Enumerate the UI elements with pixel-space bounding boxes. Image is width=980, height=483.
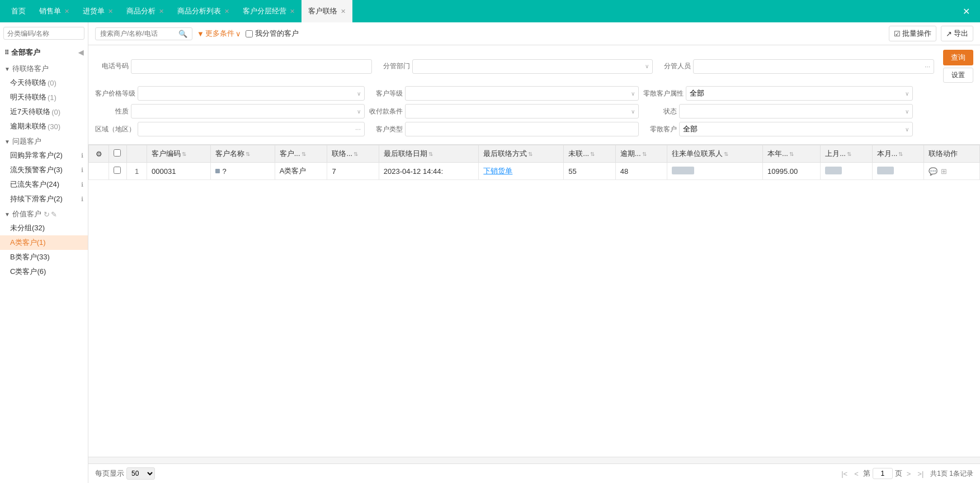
bottom-scrollbar[interactable] (88, 457, 980, 463)
td-row-last-contact-method[interactable]: 下销货单 (479, 163, 564, 180)
first-page-btn[interactable]: |< (839, 468, 850, 479)
my-customer-checkbox[interactable] (246, 30, 253, 37)
sidebar-item-churn-warning[interactable]: 流失预警客户(3) ℹ (0, 163, 88, 177)
window-close-button[interactable]: ✕ (957, 6, 976, 17)
sidebar-all-customers[interactable]: ⠿ 全部客户 ◀ (0, 44, 88, 61)
sidebar-item-ungrouped[interactable]: 未分组(32) (0, 221, 88, 235)
select-all-checkbox[interactable] (114, 149, 121, 157)
filter-customer-type-input[interactable] (405, 122, 639, 136)
th-last-contact-method[interactable]: 最后联络方式⇅ (479, 145, 564, 163)
sidebar-search-box[interactable]: 🔍 (3, 27, 84, 40)
filter-dept-select[interactable]: ∨ (412, 59, 653, 74)
sort-icon-code[interactable]: ⇅ (182, 151, 186, 157)
nav-tab-purchase[interactable]: 进货单 ✕ (76, 0, 120, 22)
close-tab-product-analysis-list[interactable]: ✕ (224, 8, 229, 15)
th-no-contact[interactable]: 未联...⇅ (564, 145, 615, 163)
sort-icon-date[interactable]: ⇅ (428, 151, 433, 157)
th-this-month[interactable]: 本月...⇅ (872, 145, 924, 163)
sidebar-item-class-b[interactable]: B类客户(33) (0, 250, 88, 264)
nav-tab-customer-contact[interactable]: 客户联络 ✕ (301, 0, 352, 22)
th-company-contact[interactable]: 往来单位联系人⇅ (667, 145, 763, 163)
sidebar-collapse-btn[interactable]: ◀ (78, 49, 83, 56)
th-checkbox[interactable] (109, 145, 127, 163)
sidebar-item-7day-pending[interactable]: 近7天待联络(0) (0, 105, 88, 119)
nav-tab-product-analysis[interactable]: 商品分析 ✕ (120, 0, 171, 22)
table-row: 1 000031 ? A类客户 7 2023-04-12 14:44: (89, 163, 980, 180)
export-btn[interactable]: ↗ 导出 (941, 26, 973, 41)
sort-icon-year[interactable]: ⇅ (789, 151, 794, 157)
value-group-edit[interactable]: ✎ (51, 210, 57, 219)
per-page-select[interactable]: 50 100 200 (126, 467, 155, 480)
filter-scattered-attr-select[interactable]: 全部∨ (686, 86, 913, 101)
td-row-name[interactable]: ? (211, 163, 275, 180)
sort-icon-type[interactable]: ⇅ (301, 151, 306, 157)
th-name[interactable]: 客户名称⇅ (211, 145, 275, 163)
sort-icon-last-month[interactable]: ⇅ (847, 151, 851, 157)
last-contact-link[interactable]: 下销货单 (483, 167, 512, 175)
filter-nature-select[interactable]: ∨ (131, 104, 365, 119)
th-code[interactable]: 客户编码⇅ (147, 145, 211, 163)
close-tab-customer-tier[interactable]: ✕ (290, 8, 295, 15)
row-checkbox[interactable] (114, 167, 121, 174)
sidebar-item-repurchase-abnormal[interactable]: 回购异常客户(2) ℹ (0, 148, 88, 163)
more-filter-btn[interactable]: ▼ 更多条件 ∨ (197, 29, 241, 39)
next-page-btn[interactable]: > (904, 468, 913, 479)
sidebar-group-pending[interactable]: ▼ 待联络客户 (0, 61, 88, 75)
th-last-month[interactable]: 上月...⇅ (821, 145, 872, 163)
th-contact[interactable]: 联络...⇅ (327, 145, 379, 163)
sidebar-group-problem[interactable]: ▼ 问题客户 (0, 134, 88, 148)
filter-manager-input[interactable]: ··· (693, 59, 934, 74)
toolbar-search-input[interactable] (100, 30, 178, 37)
batch-action-btn[interactable]: ☑ 批量操作 (889, 26, 936, 41)
th-type[interactable]: 客户...⇅ (275, 145, 327, 163)
filter-status-select[interactable]: ∨ (679, 104, 913, 119)
page-number-input[interactable] (873, 468, 893, 479)
filter-phone-input[interactable] (131, 59, 372, 74)
value-group-refresh[interactable]: ↻ (44, 210, 50, 219)
th-settings[interactable]: ⚙ (89, 145, 109, 163)
last-page-btn[interactable]: >| (915, 468, 926, 479)
sidebar-item-class-a[interactable]: A类客户(1) (0, 235, 88, 250)
sidebar-item-today-pending[interactable]: 今天待联络(0) (0, 75, 88, 90)
sort-icon-method[interactable]: ⇅ (528, 151, 533, 157)
sort-icon-overdue[interactable]: ⇅ (642, 151, 647, 157)
td-row-checkbox[interactable] (109, 163, 127, 180)
query-button[interactable]: 查询 (943, 50, 973, 65)
sidebar-search-input[interactable] (7, 30, 88, 37)
sort-icon-this-month[interactable]: ⇅ (898, 151, 903, 157)
sort-icon-name[interactable]: ⇅ (246, 151, 250, 157)
th-last-contact-date[interactable]: 最后联络日期⇅ (379, 145, 478, 163)
nav-tab-customer-tier[interactable]: 客户分层经营 ✕ (236, 0, 301, 22)
grid-action-icon[interactable]: ⊞ (941, 167, 947, 176)
nav-home[interactable]: 首页 (4, 6, 32, 16)
sort-icon-no-contact[interactable]: ⇅ (590, 151, 595, 157)
nav-tab-product-analysis-list[interactable]: 商品分析列表 ✕ (171, 0, 236, 22)
filter-scattered-select[interactable]: 全部∨ (679, 122, 913, 136)
my-customer-filter[interactable]: 我分管的客户 (246, 29, 299, 39)
close-tab-purchase[interactable]: ✕ (108, 8, 113, 15)
sidebar-item-declining[interactable]: 持续下滑客户(2) ℹ (0, 192, 88, 206)
sidebar-group-value[interactable]: ▼ 价值客户 ↻ ✎ (0, 206, 88, 221)
prev-page-btn[interactable]: < (852, 468, 861, 479)
pending-group-triangle: ▼ (4, 66, 10, 72)
sidebar-item-churned[interactable]: 已流失客户(24) ℹ (0, 177, 88, 192)
th-overdue[interactable]: 逾期...⇅ (615, 145, 667, 163)
th-this-year[interactable]: 本年...⇅ (763, 145, 821, 163)
sort-icon-contact[interactable]: ⇅ (354, 151, 358, 157)
sidebar-item-overdue-contact[interactable]: 逾期未联络(30) (0, 119, 88, 134)
settings-button[interactable]: 设置 (943, 68, 973, 83)
close-tab-customer-contact[interactable]: ✕ (341, 8, 346, 15)
settings-icon[interactable]: ⚙ (96, 150, 102, 158)
chat-icon[interactable]: 💬 (929, 167, 937, 176)
toolbar-search-box[interactable]: 🔍 (95, 27, 192, 40)
close-tab-product-analysis[interactable]: ✕ (159, 8, 164, 15)
filter-customer-level-select[interactable]: ∨ (405, 86, 639, 101)
nav-tab-salesorder[interactable]: 销售单 ✕ (32, 0, 76, 22)
sidebar-item-class-c[interactable]: C类客户(6) (0, 264, 88, 279)
close-tab-salesorder[interactable]: ✕ (64, 8, 69, 15)
filter-price-level-select[interactable]: ∨ (138, 86, 365, 101)
filter-payment-select[interactable]: ∨ (405, 104, 639, 119)
sort-icon-company-contact[interactable]: ⇅ (724, 151, 728, 157)
filter-region-input[interactable]: ··· (138, 122, 365, 136)
sidebar-item-tomorrow-pending[interactable]: 明天待联络(1) (0, 90, 88, 105)
